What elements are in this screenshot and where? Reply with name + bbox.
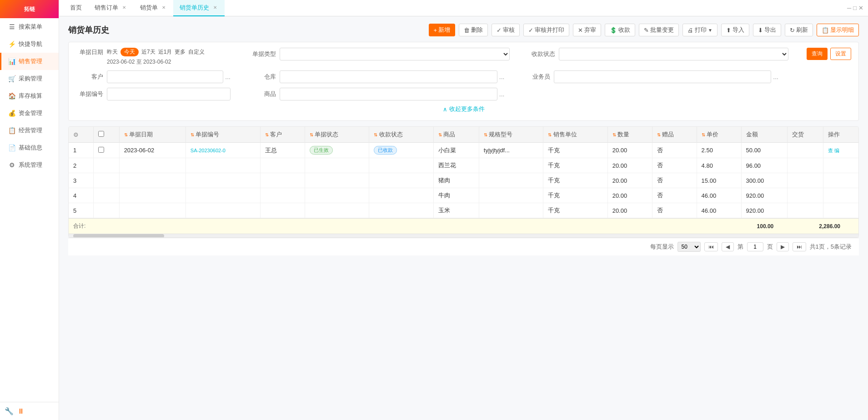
th-customer[interactable]: ⇅ 客户 <box>260 127 305 143</box>
collect-button[interactable]: 💲 收款 <box>605 24 635 36</box>
delete-button[interactable]: 🗑 删除 <box>459 24 488 36</box>
order-no-link[interactable]: SA-20230602-0 <box>191 148 226 153</box>
th-gift[interactable]: ⇅ 赠品 <box>652 127 697 143</box>
th-unit-price[interactable]: ⇅ 单价 <box>697 127 741 143</box>
th-goods[interactable]: ⇅ 商品 <box>433 127 479 143</box>
first-page-button[interactable]: ⏮ <box>704 242 718 251</box>
view-action-link[interactable]: 查 <box>828 148 833 153</box>
scrollbar-thumb[interactable] <box>73 234 164 238</box>
close-sales-order-tab[interactable]: ✕ <box>121 5 127 10</box>
new-button[interactable]: + 新增 <box>429 24 456 36</box>
abandon-button[interactable]: ✕ 弃审 <box>573 24 601 36</box>
sidebar-item-purchase-mgmt[interactable]: 🛒 采购管理 <box>0 70 59 87</box>
row-checkbox-cell[interactable] <box>93 203 119 218</box>
status-select[interactable] <box>559 48 789 60</box>
sort-order-no-icon[interactable]: ⇅ <box>191 132 194 137</box>
settings-button[interactable]: 设置 <box>830 48 851 60</box>
sidebar-item-sales-mgmt[interactable]: 📊 销售管理 <box>0 53 59 70</box>
row-checkbox-cell[interactable] <box>93 173 119 188</box>
sidebar-item-basic-info[interactable]: 📄 基础信息 <box>0 139 59 156</box>
goods-select-icon[interactable]: ... <box>499 90 505 98</box>
th-spec[interactable]: ⇅ 规格型号 <box>479 127 543 143</box>
sidebar-item-quick-nav[interactable]: ⚡ 快捷导航 <box>0 35 59 53</box>
prev-page-button[interactable]: ◀ <box>722 242 734 251</box>
row-num-cell: 1 <box>69 143 93 158</box>
row-checkbox-cell[interactable] <box>93 188 119 203</box>
sort-unit-price-icon[interactable]: ⇅ <box>702 132 705 137</box>
row-checkbox-cell[interactable] <box>93 143 119 158</box>
sidebar-item-fund-mgmt[interactable]: 💰 资金管理 <box>0 105 59 122</box>
page-number-input[interactable] <box>747 242 763 251</box>
th-order-no[interactable]: ⇅ 单据编号 <box>186 127 260 143</box>
order-no-input[interactable] <box>107 88 231 100</box>
th-doc-status[interactable]: ⇅ 单据状态 <box>305 127 369 143</box>
show-detail-button[interactable]: 📋 显示明细 <box>817 24 859 36</box>
query-button[interactable]: 查询 <box>807 48 828 60</box>
sidebar-item-system-mgmt[interactable]: ⚙ 系统管理 <box>0 156 59 174</box>
sort-doc-status-icon[interactable]: ⇅ <box>310 132 313 137</box>
goods-input[interactable] <box>280 88 497 100</box>
sort-goods-icon[interactable]: ⇅ <box>438 132 442 137</box>
salesperson-input[interactable] <box>554 70 772 83</box>
tab-sales-goods[interactable]: 销货单 ✕ <box>134 0 173 16</box>
goods-cell: 小白菜 <box>433 143 479 158</box>
shortcut-custom[interactable]: 自定义 <box>188 48 205 56</box>
row-checkbox[interactable] <box>98 147 104 153</box>
show-detail-icon: 📋 <box>822 27 829 34</box>
settings-icon[interactable]: 🔧 <box>5 407 14 415</box>
select-all-checkbox[interactable] <box>98 131 104 137</box>
audit-print-button[interactable]: ✓ 审核并打印 <box>523 24 569 36</box>
edit-action-link[interactable]: 编 <box>834 148 839 153</box>
customer-input[interactable] <box>107 70 223 83</box>
th-checkbox[interactable] <box>93 127 119 143</box>
shortcut-1month[interactable]: 近1月 <box>158 48 172 56</box>
horizontal-scrollbar[interactable] <box>69 234 858 237</box>
sidebar-item-inventory-calc[interactable]: 🏠 库存核算 <box>0 87 59 105</box>
doc-status-cell <box>305 188 369 203</box>
sort-unit-icon[interactable]: ⇅ <box>548 132 552 137</box>
export-button[interactable]: ⬇ 导出 <box>753 24 781 36</box>
row-checkbox-cell[interactable] <box>93 158 119 173</box>
th-gear[interactable]: ⚙ <box>69 127 93 143</box>
th-qty[interactable]: ⇅ 数量 <box>607 127 652 143</box>
shortcut-yesterday[interactable]: 昨天 <box>107 48 118 56</box>
import-button[interactable]: ⬆ 导入 <box>721 24 749 36</box>
th-unit[interactable]: ⇅ 销售单位 <box>543 127 607 143</box>
shortcut-more[interactable]: 更多 <box>175 48 186 56</box>
th-date[interactable]: ⇅ 单据日期 <box>119 127 186 143</box>
sort-pay-status-icon[interactable]: ⇅ <box>374 132 377 137</box>
tab-sales-order[interactable]: 销售订单 ✕ <box>88 0 134 16</box>
batch-change-button[interactable]: ✎ 批量变更 <box>639 24 679 36</box>
last-page-button[interactable]: ⏭ <box>793 242 806 251</box>
th-pay-status[interactable]: ⇅ 收款状态 <box>369 127 433 143</box>
sidebar-item-label: 基础信息 <box>19 144 42 152</box>
warehouse-select-icon[interactable]: ... <box>499 73 505 80</box>
tab-sales-history[interactable]: 销货单历史 ✕ <box>173 0 225 16</box>
per-page-select[interactable]: 50 100 200 <box>677 242 701 252</box>
window-close-icon[interactable]: ✕ <box>858 5 863 11</box>
sidebar-item-search-menu[interactable]: ☰ 搜索菜单 <box>0 18 59 35</box>
refresh-button[interactable]: ↻ 刷新 <box>785 24 813 36</box>
print-button[interactable]: 🖨 打印 ▼ <box>682 24 717 36</box>
warehouse-input[interactable] <box>280 70 497 83</box>
sort-date-icon[interactable]: ⇅ <box>124 132 128 137</box>
close-sales-history-tab[interactable]: ✕ <box>212 5 218 10</box>
collapse-button[interactable]: ∧ 收起更多条件 <box>443 103 485 115</box>
sidebar-item-business-mgmt[interactable]: 📋 经营管理 <box>0 122 59 139</box>
window-minimize-icon[interactable]: ─ <box>847 5 851 11</box>
sort-customer-icon[interactable]: ⇅ <box>265 132 269 137</box>
tab-home[interactable]: 首页 <box>64 0 88 16</box>
audit-button[interactable]: ✓ 审核 <box>492 24 520 36</box>
customer-select-icon[interactable]: ... <box>225 73 231 80</box>
sort-gift-icon[interactable]: ⇅ <box>657 132 661 137</box>
shortcut-today[interactable]: 今天 <box>120 48 139 56</box>
type-select[interactable] <box>280 48 510 60</box>
shortcut-7days[interactable]: 近7天 <box>141 48 156 56</box>
salesperson-select-icon[interactable]: ... <box>773 73 778 80</box>
sort-qty-icon[interactable]: ⇅ <box>612 132 616 137</box>
next-page-button[interactable]: ▶ <box>777 242 789 251</box>
close-sales-goods-tab[interactable]: ✕ <box>161 5 167 10</box>
window-maximize-icon[interactable]: □ <box>853 5 857 11</box>
sort-spec-icon[interactable]: ⇅ <box>484 132 487 137</box>
pause-icon[interactable]: ⏸ <box>17 407 25 415</box>
